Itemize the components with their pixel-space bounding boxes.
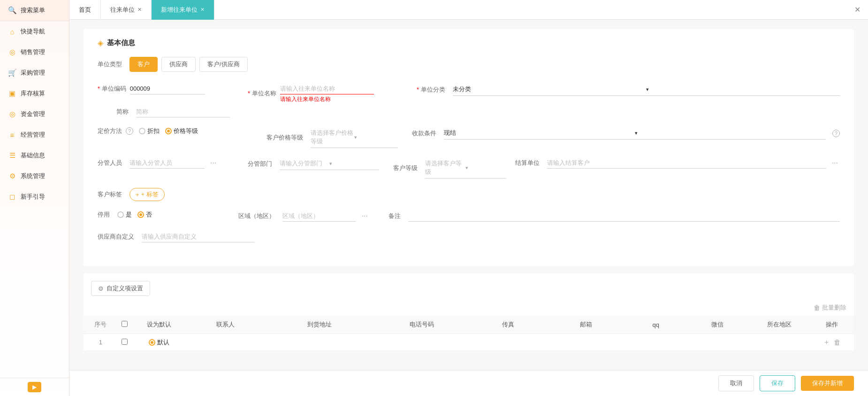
payment-help-icon[interactable]: ? [832, 130, 840, 137]
footer-bar: 取消 保存 保存并新增 [69, 370, 868, 396]
row-fax[interactable] [469, 334, 547, 351]
department-group: 分管部门 请输入分管部门 ▾ [248, 157, 379, 170]
cancel-button[interactable]: 取消 [718, 375, 754, 391]
sidebar-item-finance[interactable]: ◎ 资金管理 [0, 104, 69, 124]
wechat-input[interactable] [703, 339, 731, 346]
batch-delete-button[interactable]: 🗑 批量删除 [814, 303, 846, 312]
region-input[interactable] [282, 210, 356, 222]
add-row-icon[interactable]: ＋ [823, 338, 830, 347]
basic-icon: ☰ [8, 151, 17, 160]
row-phone[interactable] [375, 334, 469, 351]
row-select-checkbox[interactable] [122, 339, 128, 345]
unit-type-label: 单位类型 [98, 60, 122, 69]
payment-select[interactable]: 现结 ▾ [444, 127, 826, 140]
col-checkbox[interactable] [118, 316, 131, 334]
remark-label: 备注 [388, 212, 401, 220]
tab-partner[interactable]: 往来单位 ✕ [101, 0, 152, 20]
tab-new-partner[interactable]: 新增往来单位 ✕ [152, 0, 214, 20]
sidebar-expand-btn[interactable]: ▶ [28, 382, 41, 392]
tabs-close-all[interactable]: ✕ [847, 0, 868, 20]
sidebar-bottom: ▶ [0, 378, 69, 396]
row-default-radio[interactable] [149, 339, 155, 346]
btn-type-both[interactable]: 客户/供应商 [199, 57, 248, 72]
email-input[interactable] [567, 339, 605, 346]
col-contact: 联系人 [186, 316, 264, 334]
unit-type-row: 单位类型 客户 供应商 客户/供应商 [98, 57, 840, 72]
shortname-label: 简称 [116, 108, 129, 116]
custom-settings-button[interactable]: ⚙ 自定义项设置 [91, 281, 150, 296]
disabled-label: 停用 [98, 210, 110, 219]
pricing-help-icon[interactable]: ? [126, 127, 133, 135]
customer-level-select[interactable]: 请选择客户等级 ▾ [425, 157, 506, 179]
btn-type-customer[interactable]: 客户 [129, 57, 158, 72]
delete-row-icon[interactable]: 🗑 [834, 338, 841, 346]
radio-no[interactable]: 否 [137, 210, 152, 219]
department-select[interactable]: 请输入分管部门 ▾ [280, 157, 379, 170]
settlement-input[interactable] [547, 157, 826, 169]
save-new-button[interactable]: 保存并新增 [801, 376, 854, 391]
category-label: 单位分类 [417, 85, 445, 94]
department-chevron-icon: ▾ [329, 161, 379, 167]
sidebar-item-purchase[interactable]: 🛒 采购管理 [0, 62, 69, 83]
row-wechat[interactable] [686, 334, 748, 351]
tag-plus-icon: + [136, 191, 139, 198]
phone-input[interactable] [398, 339, 445, 346]
section-header: ◈ 基本信息 [98, 39, 840, 47]
manager-input[interactable] [129, 157, 205, 169]
row-region[interactable] [748, 334, 810, 351]
address-input[interactable] [291, 339, 348, 346]
manager-more-icon[interactable]: ··· [208, 159, 218, 167]
department-label: 分管部门 [248, 160, 272, 168]
tags-row: 客户标签 + + 标签 [98, 188, 840, 201]
disabled-row: 停用 是 否 区域（地区） ··· [98, 210, 840, 222]
customer-price-select[interactable]: 请选择客户价格等级 ▾ [311, 127, 398, 148]
qq-input[interactable] [642, 339, 670, 346]
remark-input[interactable] [408, 210, 840, 222]
gear-icon: ⚙ [98, 285, 104, 292]
tab-partner-close[interactable]: ✕ [137, 7, 142, 13]
settlement-more-icon[interactable]: ··· [830, 159, 840, 167]
tab-home[interactable]: 首页 [69, 0, 101, 20]
sidebar-item-system[interactable]: ⚙ 系统管理 [0, 166, 69, 186]
sidebar-item-quicknav[interactable]: ⌂ 快捷导航 [0, 21, 69, 42]
operations-icon: ≡ [8, 130, 17, 140]
tab-new-partner-close[interactable]: ✕ [200, 7, 205, 13]
tab-bar: 首页 往来单位 ✕ 新增往来单位 ✕ ✕ [69, 0, 868, 20]
sidebar-item-operations[interactable]: ≡ 经营管理 [0, 124, 69, 145]
sidebar-item-basic[interactable]: ☰ 基础信息 [0, 145, 69, 166]
select-all-checkbox[interactable] [122, 321, 128, 327]
btn-type-supplier[interactable]: 供应商 [161, 57, 196, 72]
region-group: 区域（地区） ··· [238, 210, 370, 222]
contact-input[interactable] [206, 339, 244, 346]
fax-input[interactable] [489, 339, 527, 346]
finance-icon: ◎ [8, 109, 17, 119]
row-checkbox[interactable] [118, 334, 131, 351]
name-group: 单位名称 请输入往来单位名称 [248, 83, 398, 103]
supplier-custom-label: 供应商自定义 [98, 233, 134, 241]
radio-yes[interactable]: 是 [117, 210, 132, 219]
radio-pricelevel[interactable]: 价格等级 [165, 127, 198, 135]
sidebar-item-inventory[interactable]: ▣ 库存核算 [0, 83, 69, 104]
code-input[interactable] [130, 83, 205, 94]
manager-label: 分管人员 [98, 159, 122, 167]
row-email[interactable] [547, 334, 625, 351]
main-area: 首页 往来单位 ✕ 新增往来单位 ✕ ✕ ◈ 基本信息 单位类型 客户 [69, 0, 868, 396]
row-region-input[interactable] [765, 339, 793, 346]
row-default: 默认 [131, 334, 187, 351]
row-qq[interactable] [625, 334, 687, 351]
supplier-custom-input[interactable] [142, 231, 254, 242]
name-input-wrapper: 请输入往来单位名称 [280, 83, 398, 103]
row-address[interactable] [265, 334, 375, 351]
sidebar-item-sales[interactable]: ◎ 销售管理 [0, 42, 69, 62]
add-tag-button[interactable]: + + 标签 [129, 188, 165, 201]
sidebar-item-search[interactable]: 🔍 搜索菜单 [0, 0, 69, 21]
name-input[interactable] [280, 83, 374, 94]
sidebar-item-guide[interactable]: ◻ 新手引导 [0, 186, 69, 207]
radio-discount[interactable]: 折扣 [139, 127, 160, 135]
region-label: 区域（地区） [238, 212, 275, 220]
save-button[interactable]: 保存 [760, 375, 795, 391]
category-select[interactable]: 未分类 ▾ [453, 83, 840, 96]
shortname-input[interactable] [136, 106, 230, 117]
row-contact[interactable] [186, 334, 264, 351]
region-more-icon[interactable]: ··· [360, 212, 370, 220]
